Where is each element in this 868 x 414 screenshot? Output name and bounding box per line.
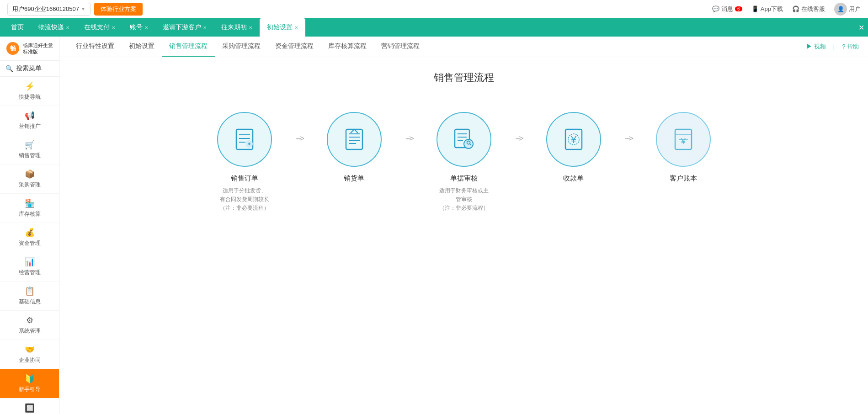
init-tab-label: 初始设置	[267, 23, 293, 32]
sidebar-item-purchase[interactable]: 📦 采购管理	[0, 165, 59, 194]
sidebar-item-collab[interactable]: 🤝 企业协同	[0, 340, 59, 369]
flow-item-delivery[interactable]: 销货单	[313, 112, 395, 186]
flow-item-receipt[interactable]: ¥ 收款单	[533, 112, 615, 186]
online-service-item[interactable]: 🎧 在线客服	[792, 5, 825, 13]
account-tab-label: 账号	[130, 23, 143, 32]
message-badge: 6	[735, 6, 742, 11]
sidebar-item-quick-nav[interactable]: ⚡ 快捷导航	[0, 77, 59, 106]
sidebar-item-sales[interactable]: 🛒 销售管理	[0, 135, 59, 165]
message-item[interactable]: 💬 消息 6	[712, 5, 742, 13]
app-download-item[interactable]: 📱 App下载	[751, 5, 783, 13]
flow-circle-delivery	[327, 112, 382, 167]
system-icon: ⚙	[26, 315, 33, 325]
subtab-purchase-flow[interactable]: 采购管理流程	[215, 37, 268, 57]
close-icon[interactable]: ✕	[249, 25, 252, 30]
flow-arrow-1: - - ->	[286, 112, 313, 143]
flow-label-sales-order: 销售订单	[231, 174, 258, 183]
avatar: 👤	[834, 3, 847, 16]
sidebar-label-basic: 基础信息	[19, 298, 41, 306]
chevron-down-icon: ▼	[81, 6, 85, 11]
sidebar-label-marketing: 营销推广	[19, 122, 41, 130]
subtab-finance-flow[interactable]: 资金管理流程	[268, 37, 321, 57]
logistics-tab-label: 物流快递	[38, 23, 64, 32]
sidebar-item-system[interactable]: ⚙ 系统管理	[0, 311, 59, 340]
flow-item-sales-order[interactable]: 销售订单 适用于分批发货、有合同发货周期较长（注：非必要流程）	[203, 112, 286, 213]
close-icon[interactable]: ✕	[112, 25, 115, 30]
svg-rect-9	[346, 129, 362, 149]
close-icon[interactable]: ✕	[144, 25, 148, 30]
subtab-sales-flow[interactable]: 销售管理流程	[162, 37, 215, 57]
user-selector-text: 用户690企业1660120507	[12, 5, 79, 13]
close-all-icon[interactable]: ✕	[858, 23, 864, 32]
flow-item-audit[interactable]: 单据审核 适用于财务审核或主管审核（注：非必要流程）	[423, 112, 505, 213]
sidebar-label-newbie: 新手引导	[19, 386, 41, 393]
sidebar-item-marketing[interactable]: 📢 营销推广	[0, 106, 59, 135]
flow-label-delivery: 销货单	[344, 174, 364, 183]
flow-diagram: 销售订单 适用于分批发货、有合同发货周期较长（注：非必要流程） - - ->	[87, 112, 841, 213]
flow-desc-sales-order: 适用于分批发货、有合同发货周期较长（注：非必要流程）	[220, 186, 269, 213]
sidebar: 畅 畅库通好生意 标准版 🔍 搜索菜单 ⚡ 快捷导航 📢 营销推广 🛒 销售管理…	[0, 37, 59, 414]
flow-arrow-2: - - ->	[395, 112, 423, 143]
sidebar-item-finance[interactable]: 💰 资金管理	[0, 223, 59, 252]
headset-icon: 🎧	[792, 5, 799, 12]
nav-tab-account[interactable]: 账号 ✕	[122, 18, 155, 37]
sidebar-item-inventory[interactable]: 🏪 库存核算	[0, 194, 59, 223]
sidebar-search[interactable]: 🔍 搜索菜单	[0, 61, 59, 77]
close-icon[interactable]: ✕	[294, 25, 298, 30]
subtab-init[interactable]: 初始设置	[122, 37, 162, 57]
sidebar-label-purchase: 采购管理	[19, 181, 41, 189]
nav-tab-period[interactable]: 往来期初 ✕	[214, 18, 260, 37]
operations-icon: 📊	[25, 257, 35, 267]
svg-text:畅: 畅	[10, 45, 16, 52]
page-title: 销售管理流程	[87, 71, 841, 85]
message-label: 消息	[721, 5, 733, 13]
period-tab-label: 往来期初	[221, 23, 247, 32]
flow-arrow-4: - - ->	[615, 112, 642, 143]
home-tab-label: 首页	[11, 23, 24, 32]
search-label: 搜索菜单	[16, 64, 42, 73]
video-link[interactable]: ▶ 视频	[806, 42, 826, 51]
flow-item-account-book[interactable]: ¥ 客户账本	[642, 112, 724, 186]
close-icon[interactable]: ✕	[66, 25, 69, 30]
sidebar-label-finance: 资金管理	[19, 239, 41, 247]
user-name-label: 用户	[849, 5, 861, 13]
page-content: 销售管理流程	[59, 57, 868, 227]
user-item[interactable]: 👤 用户	[834, 3, 861, 16]
newbie-icon: 🔰	[25, 374, 35, 384]
svg-text:¥: ¥	[680, 137, 686, 146]
help-link[interactable]: ? 帮助	[842, 42, 859, 51]
sidebar-item-basic[interactable]: 📋 基础信息	[0, 281, 59, 311]
subtab-marketing-flow[interactable]: 营销管理流程	[374, 37, 427, 57]
nav-tab-payment[interactable]: 在线支付 ✕	[77, 18, 122, 37]
sidebar-item-operations[interactable]: 📊 经营管理	[0, 252, 59, 281]
flow-arrow-3: - - ->	[505, 112, 533, 143]
nav-tab-invite[interactable]: 邀请下游客户 ✕	[155, 18, 214, 37]
subtab-inventory-flow[interactable]: 库存核算流程	[321, 37, 374, 57]
online-service-label: 在线客服	[801, 5, 825, 13]
message-icon: 💬	[712, 5, 719, 12]
subtab-label-marketing-flow: 营销管理流程	[381, 42, 420, 49]
flow-desc-audit: 适用于财务审核或主管审核（注：非必要流程）	[439, 186, 489, 213]
nav-tabs: 首页 物流快递 ✕ 在线支付 ✕ 账号 ✕ 邀请下游客户 ✕ 往来期初 ✕ 初始…	[0, 18, 868, 37]
nav-tab-logistics[interactable]: 物流快递 ✕	[31, 18, 77, 37]
subtab-label-finance-flow: 资金管理流程	[275, 42, 314, 49]
user-selector[interactable]: 用户690企业1660120507 ▼	[7, 3, 91, 16]
subtab-industry[interactable]: 行业特性设置	[69, 37, 122, 57]
subtab-label-industry: 行业特性设置	[76, 42, 114, 49]
sidebar-label-sales: 销售管理	[19, 152, 41, 159]
sidebar-item-newbie[interactable]: 🔰 新手引导	[0, 369, 59, 398]
payment-tab-label: 在线支付	[84, 23, 110, 32]
marketing-icon: 📢	[25, 111, 35, 121]
sidebar-item-apps[interactable]: 🔲 应用中心	[0, 398, 59, 414]
flow-circle-account-book: ¥	[656, 112, 711, 167]
nav-tab-init[interactable]: 初始设置 ✕	[260, 18, 305, 37]
close-icon[interactable]: ✕	[203, 25, 207, 30]
sidebar-logo: 畅 畅库通好生意 标准版	[0, 37, 59, 61]
flow-circle-receipt: ¥	[546, 112, 601, 167]
trial-button[interactable]: 体验行业方案	[94, 3, 143, 16]
logo-icon: 畅	[5, 41, 20, 56]
nav-tab-home[interactable]: 首页	[4, 18, 31, 37]
apps-icon: 🔲	[25, 403, 35, 413]
flow-label-receipt: 收款单	[563, 174, 584, 183]
invite-tab-label: 邀请下游客户	[163, 23, 201, 32]
